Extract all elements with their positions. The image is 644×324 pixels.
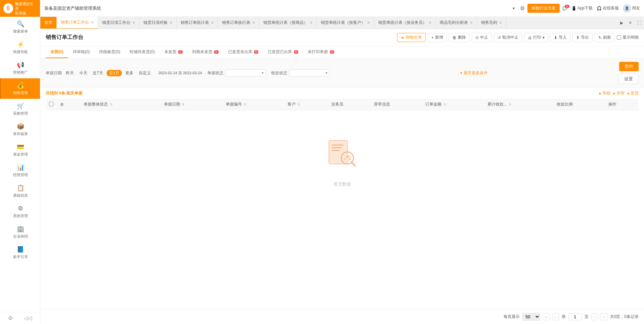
per-page-select[interactable]: 50 100	[522, 313, 540, 321]
tab-sales-exec[interactable]: 销售订单执行表 ✕	[218, 17, 259, 29]
prev-page-btn[interactable]: ‹	[553, 313, 559, 320]
tab-close-icon[interactable]: ✕	[310, 21, 312, 25]
sidebar-item-sales[interactable]: 💰 销售管理	[0, 78, 40, 99]
select-all-checkbox[interactable]	[49, 102, 53, 106]
tab-maximize-btn[interactable]: ⛶	[635, 17, 644, 29]
sidebar-item-inventory[interactable]: 📦 库存核算	[0, 119, 40, 140]
tab-sales-profit[interactable]: 销售毛利 ✕	[477, 17, 506, 29]
next-page-btn[interactable]: ›	[591, 313, 597, 320]
tab-close-icon[interactable]: ✕	[252, 21, 255, 25]
sidebar-settings-btn[interactable]: ⚙	[8, 315, 13, 321]
payment-select-wrap	[289, 69, 330, 77]
sidebar-collapse-btn[interactable]: ◁◁	[24, 315, 32, 321]
new-button[interactable]: + 新增	[428, 33, 447, 42]
review-action-btn[interactable]: ● 审核	[599, 90, 610, 96]
import-button[interactable]: ⬇ 导入	[550, 33, 570, 42]
sidebar-item-business[interactable]: 📊 经营管理	[0, 160, 40, 181]
th-customer[interactable]: 客户 ⇅	[284, 99, 328, 110]
sidebar-item-marketing[interactable]: 📢 营销推广	[0, 58, 40, 78]
payment-select[interactable]	[289, 69, 330, 77]
message-count: 6	[565, 5, 569, 8]
th-received[interactable]: 累计收款... ⇅	[484, 99, 554, 110]
horizontal-scrollbar[interactable]	[40, 305, 644, 309]
sidebar-item-enterprise[interactable]: 🏢 企业协同	[0, 222, 40, 242]
cancel-stop-button[interactable]: ↺ 取消中止	[494, 33, 522, 42]
subtab-not-printed[interactable]: 未打印单据 0	[303, 46, 339, 58]
th-amount[interactable]: 订单金额 ⇅	[422, 99, 484, 110]
sidebar-item-search[interactable]: 🔍 搜索菜单	[0, 17, 40, 37]
tab-sales-sum-customer[interactable]: 销货单统计表（按客户） ✕	[317, 17, 374, 29]
tab-sales-sum-staff[interactable]: 销货单统计表（按业务员） ✕	[374, 17, 436, 29]
th-staff[interactable]: 业务员	[328, 99, 371, 110]
page-input[interactable]	[568, 313, 582, 320]
th-status[interactable]: 单据整体状态 ⇅	[80, 99, 160, 110]
message-badge[interactable]: 💬 6	[562, 6, 567, 11]
smart-generate-button[interactable]: ★ 智能生单	[397, 33, 426, 42]
subtab-shipped-not-out[interactable]: 已发货未出库 0	[223, 46, 263, 58]
query-button[interactable]: 查询	[619, 62, 639, 71]
tab-scroll-right-btn[interactable]: ▶	[617, 17, 626, 29]
tab-close-icon[interactable]: ✕	[499, 21, 502, 25]
set-button[interactable]: 设置	[618, 74, 639, 84]
th-exception[interactable]: 异常信息	[371, 99, 422, 110]
tab-product-margin[interactable]: 商品毛利分析表 ✕	[436, 17, 477, 29]
date-btn-today[interactable]: 今天	[77, 70, 89, 77]
th-date[interactable]: 单据日期 ⇅	[161, 99, 222, 110]
ship-action-btn[interactable]: ● 发货	[627, 90, 639, 96]
tab-close-icon[interactable]: ✕	[91, 21, 94, 24]
sidebar-item-guide[interactable]: 📘 新手引导	[0, 242, 40, 263]
tab-close-icon[interactable]: ✕	[367, 21, 370, 25]
tab-sales-workbench[interactable]: 销售订单工作台 ✕	[57, 17, 98, 29]
sidebar-item-quick-nav[interactable]: ⚡ 快捷导航	[0, 37, 40, 58]
date-btn-1month[interactable]: 近1月	[106, 70, 122, 76]
export-button[interactable]: ⬆ 导出	[572, 33, 593, 42]
th-number[interactable]: 单据编号 ⇅	[222, 99, 284, 110]
online-service-link[interactable]: 🎧 在线客服	[597, 5, 619, 11]
cancel-review-action-btn[interactable]: ● 弃审	[613, 90, 625, 96]
tab-sales-sum-product[interactable]: 销货单统计表（按商品） ✕	[259, 17, 317, 29]
th-ratio[interactable]: 收款比例	[553, 99, 605, 110]
print-button[interactable]: 🖨 打印 ▾	[524, 33, 548, 42]
settings-icon[interactable]: ⚙	[520, 5, 525, 11]
tab-close-icon[interactable]: ✕	[429, 21, 431, 25]
sidebar-item-base-info[interactable]: 📋 基础信息	[0, 181, 40, 201]
tab-sales-stat[interactable]: 销售订单统计表 ✕	[177, 17, 218, 29]
date-btn-custom[interactable]: 自定义	[137, 70, 153, 77]
expand-filter-btn[interactable]: ▾ 展开更多条件	[460, 70, 488, 76]
sidebar-item-capital[interactable]: 💳 资金管理	[0, 140, 40, 160]
first-page-btn[interactable]: «	[543, 313, 550, 320]
subtab-pending-inspect[interactable]: 待拣验货(0)	[94, 46, 125, 58]
status-select[interactable]	[225, 69, 266, 77]
subtab-shipped-out[interactable]: 已发货已出库 0	[263, 46, 303, 58]
tab-cash-daily[interactable]: 钱货日清工作台 ✕	[98, 17, 139, 29]
system-dropdown[interactable]: ▾	[513, 6, 515, 11]
date-btn-7days[interactable]: 近7天	[91, 70, 105, 77]
stop-button[interactable]: ⊙ 中止	[472, 33, 492, 42]
subtab-all[interactable]: 全部(0)	[46, 46, 68, 58]
subtab-overdue-not-shipped[interactable]: 到期未发货 0	[187, 46, 223, 58]
tab-close-icon[interactable]: ✕	[211, 21, 214, 25]
tab-close-icon[interactable]: ✕	[132, 21, 135, 25]
subtab-not-shipped[interactable]: 未发货 0	[160, 46, 187, 58]
user-link[interactable]: 👤 用友	[623, 4, 640, 12]
tab-close-icon[interactable]: ✕	[170, 21, 172, 25]
last-page-btn[interactable]: »	[600, 313, 607, 320]
industry-plan-button[interactable]: 体验行业方案	[527, 4, 560, 13]
th-select-all[interactable]	[46, 99, 57, 110]
delete-button[interactable]: 🗑 删除	[449, 33, 470, 42]
tab-home[interactable]: 首页	[40, 17, 57, 29]
refresh-button[interactable]: ↻ 刷新	[595, 33, 615, 42]
date-btn-more[interactable]: 更多	[123, 70, 135, 77]
th-settings[interactable]: ⚙	[57, 99, 80, 110]
tab-close-icon[interactable]: ✕	[470, 21, 473, 25]
tab-close-all-btn[interactable]: ✕	[626, 17, 635, 29]
tab-cash-reconcile[interactable]: 钱货日清对账 ✕	[139, 17, 177, 29]
show-detail-label[interactable]: 显示明细	[617, 35, 639, 40]
sidebar-item-purchase[interactable]: 🛒 采购管理	[0, 99, 40, 119]
app-download-link[interactable]: 📱 App下载	[571, 5, 593, 11]
sidebar-item-system[interactable]: ⚙ 系统管理	[0, 201, 40, 222]
subtab-pending-review[interactable]: 待审核(0)	[68, 46, 95, 58]
subtab-wangpu[interactable]: 旺铺待发货(0)	[125, 46, 160, 58]
date-btn-yesterday[interactable]: 昨天	[64, 70, 76, 77]
show-detail-checkbox[interactable]	[617, 35, 621, 40]
